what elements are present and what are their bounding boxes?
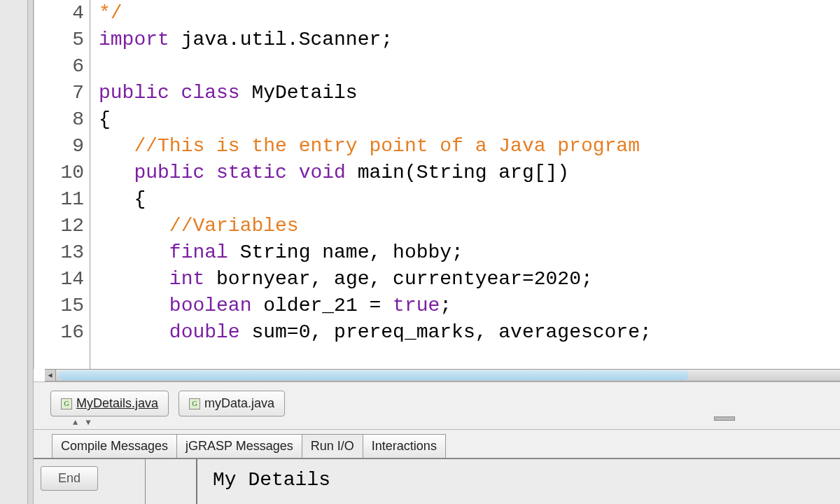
- line-number-gutter: 45678910111213141516: [34, 0, 90, 369]
- run-io-panel: End My Details: [34, 459, 840, 504]
- code-line[interactable]: {: [99, 186, 840, 213]
- line-number: 15: [34, 293, 84, 319]
- code-line[interactable]: */: [99, 0, 840, 27]
- scrollbar-thumb[interactable]: [59, 370, 689, 380]
- code-line[interactable]: boolean older_21 = true;: [99, 293, 840, 319]
- code-line[interactable]: public class MyDetails: [99, 80, 840, 106]
- panel-divider: [146, 459, 197, 504]
- line-number: 4: [34, 0, 84, 27]
- console-output[interactable]: My Details: [197, 459, 840, 504]
- code-line[interactable]: import java.util.Scanner;: [99, 27, 840, 53]
- message-tab[interactable]: Compile Messages: [52, 434, 177, 458]
- file-tab-label: MyDetails.java: [76, 396, 158, 411]
- code-line[interactable]: {: [99, 106, 840, 133]
- line-number: 7: [34, 80, 84, 106]
- scroll-left-arrow-icon[interactable]: ◀: [45, 370, 56, 381]
- file-tab[interactable]: GMyDetails.java: [50, 391, 169, 416]
- code-content[interactable]: */import java.util.Scanner;public class …: [90, 0, 840, 369]
- file-tab-label: myData.java: [204, 396, 274, 411]
- java-file-icon: G: [61, 398, 72, 410]
- code-line[interactable]: int bornyear, age, currentyear=2020;: [99, 266, 840, 293]
- message-tab[interactable]: Run I/O: [302, 434, 363, 458]
- horizontal-scrollbar[interactable]: ◀: [45, 369, 840, 382]
- message-tab[interactable]: jGRASP Messages: [176, 434, 302, 458]
- file-tab[interactable]: GmyData.java: [178, 391, 285, 416]
- line-number: 10: [34, 160, 84, 186]
- file-tab-bar: GMyDetails.javaGmyData.java: [34, 382, 840, 416]
- message-tab-bar: Compile MessagesjGRASP MessagesRun I/OIn…: [34, 430, 840, 459]
- code-line[interactable]: final String name, hobby;: [99, 239, 840, 266]
- line-number: 5: [34, 27, 84, 53]
- line-number: 12: [34, 213, 84, 239]
- run-controls: End: [34, 459, 146, 504]
- code-line[interactable]: double sum=0, prereq_marks, averagescore…: [99, 319, 840, 346]
- line-number: 11: [34, 186, 84, 213]
- code-line[interactable]: [99, 53, 840, 80]
- resize-grip-icon[interactable]: [714, 416, 735, 421]
- code-line[interactable]: //Variables: [99, 213, 840, 239]
- line-number: 6: [34, 53, 84, 80]
- code-line[interactable]: //This is the entry point of a Java prog…: [99, 133, 840, 160]
- line-number: 9: [34, 133, 84, 160]
- java-file-icon: G: [189, 398, 200, 410]
- code-line[interactable]: public static void main(String arg[]): [99, 160, 840, 186]
- line-number: 13: [34, 239, 84, 266]
- end-button[interactable]: End: [41, 466, 98, 491]
- left-margin: [0, 0, 34, 504]
- message-tab[interactable]: Interactions: [363, 434, 446, 458]
- line-number: 14: [34, 266, 84, 293]
- tab-nav-arrows[interactable]: ▲ ▼: [34, 416, 840, 430]
- line-number: 16: [34, 319, 84, 346]
- line-number: 8: [34, 106, 84, 133]
- code-editor[interactable]: 45678910111213141516 */import java.util.…: [34, 0, 840, 369]
